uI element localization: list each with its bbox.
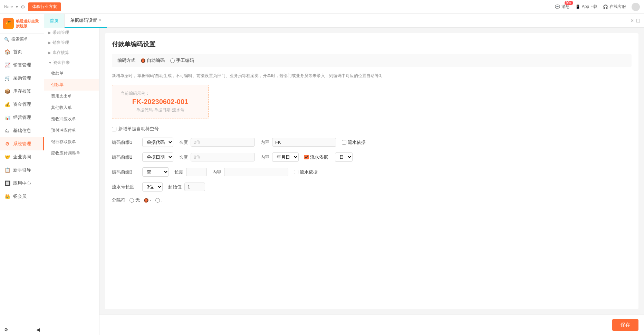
sidebar-item-label: 系统管理 (13, 141, 31, 147)
tab-minimize-icon[interactable]: × (631, 18, 634, 24)
sidebar-item-inventory[interactable]: 📦 库存核算 (0, 85, 44, 98)
submenu-item-ar-ap-adjust[interactable]: 应收应付调整单 (44, 148, 99, 159)
prefix1-serial-checkbox: 流水依据 (342, 139, 366, 146)
content-with-submenu: ▶ 采购管理 ▶ 销售管理 ▶ 库存核算 ▼ 资金往来 收款单 付款单 (44, 28, 644, 335)
message-button[interactable]: 💬 消息 99+ (555, 4, 570, 10)
tabs-bar: 首页 单据编码设置 × × □ (44, 14, 644, 28)
prefix2-serial-input[interactable] (304, 155, 309, 159)
start-value-input[interactable] (184, 183, 205, 191)
prefix3-length-input[interactable] (186, 168, 207, 176)
manual-encode-input[interactable] (170, 58, 175, 63)
submenu-item-receipt[interactable]: 收款单 (44, 68, 99, 79)
auto-fill-row: 新增单据自动补空号 (112, 126, 632, 132)
main-area: 首页 单据编码设置 × × □ ▶ 采购管理 ▶ 销售管理 (44, 14, 644, 335)
prefix1-label: 编码前缀1 (112, 139, 137, 146)
tab-home-label: 首页 (50, 18, 59, 24)
sidebar-item-apps[interactable]: 🔲 应用中心 (0, 177, 44, 190)
online-service-button[interactable]: 🎧 在线客服 (603, 4, 626, 10)
sidebar-item-label: 库存核算 (13, 88, 31, 94)
prefix3-content-input[interactable] (224, 168, 288, 176)
sidebar-item-sales[interactable]: 📈 销售管理 (0, 58, 44, 72)
auto-encode-input[interactable] (141, 58, 145, 63)
company-name: Nare (4, 4, 13, 9)
sidebar-item-member[interactable]: 👑 畅会员 (0, 190, 44, 203)
tab-encode-label: 单据编码设置 (70, 17, 97, 24)
prefix3-serial-input[interactable] (294, 170, 298, 174)
sidebar-item-purchase[interactable]: 🛒 采购管理 (0, 72, 44, 85)
tab-home[interactable]: 首页 (44, 14, 65, 28)
experience-button[interactable]: 体验行业方案 (28, 2, 61, 11)
tab-encode-settings[interactable]: 单据编码设置 × (65, 14, 107, 28)
tab-maximize-icon[interactable]: □ (636, 18, 640, 24)
prefix3-label: 编码前缀3 (112, 169, 137, 175)
sep-dot-radio[interactable]: . (155, 198, 163, 203)
apps-icon: 🔲 (4, 180, 10, 186)
prefix2-length-field: 长度 (179, 153, 255, 161)
prefix2-select[interactable]: 单据日期 部门 业务员 空 (142, 152, 173, 162)
example-desc: 单据代码-单据日期-流水号 (121, 107, 200, 113)
prefix2-content-field: 内容 年月日 年月 年 (260, 152, 299, 162)
sidebar-item-home[interactable]: 🏠 首页 (0, 45, 44, 58)
auto-encode-radio[interactable]: 自动编码 (141, 57, 165, 64)
manual-encode-label: 手工编码 (176, 57, 194, 64)
sidebar-settings-icon[interactable]: ⚙ (4, 327, 8, 332)
submenu-item-payment[interactable]: 付款单 (44, 79, 99, 91)
submenu-purchase[interactable]: ▶ 采购管理 (44, 28, 99, 38)
system-icon: ⚙ (4, 141, 10, 147)
sep-dash-input[interactable] (144, 198, 148, 203)
auto-fill-checkbox[interactable] (112, 127, 116, 131)
prefix1-content-field: 内容 (260, 138, 336, 147)
info-text: 新增单据时，'单据编码'自动生成，不可编辑。前缀设置为部门、业务员等档案类，开单… (112, 73, 632, 79)
prefix3-length-field: 长度 (174, 168, 207, 176)
sidebar-item-guide[interactable]: 📋 新手引导 (0, 164, 44, 177)
submenu-capital-items: 收款单 付款单 费用支出单 其他收入单 预收冲应收单 预付冲应付单 银行存取款单… (44, 68, 99, 159)
sep-dot-input[interactable] (155, 198, 160, 203)
prefix2-serial-unit-select[interactable]: 日 月 年 (335, 152, 353, 162)
sep-none-input[interactable] (129, 198, 134, 203)
prefix2-content-select[interactable]: 年月日 年月 年 (272, 152, 299, 162)
sidebar-item-base[interactable]: 🗂 基础信息 (0, 124, 44, 137)
prefix3-serial-label: 流水依据 (300, 169, 318, 175)
finance-icon: 💰 (4, 101, 10, 108)
submenu-inventory[interactable]: ▶ 库存核算 (44, 48, 99, 58)
sep-dash-radio[interactable]: - (144, 198, 151, 203)
content-label2: 内容 (260, 154, 269, 160)
save-button[interactable]: 保存 (612, 319, 638, 331)
prefix1-serial-input[interactable] (342, 140, 346, 145)
submenu-item-advance-payment[interactable]: 预付冲应付单 (44, 125, 99, 136)
sidebar-item-label: 新手引导 (13, 167, 31, 173)
content-footer: 保存 (99, 315, 644, 335)
submenu-panel: ▶ 采购管理 ▶ 销售管理 ▶ 库存核算 ▼ 资金往来 收款单 付款单 (44, 28, 99, 335)
sidebar-item-system[interactable]: ⚙ 系统管理 (0, 137, 44, 150)
sidebar-item-label: 首页 (13, 49, 22, 55)
submenu-item-bank[interactable]: 银行存取款单 (44, 136, 99, 148)
submenu-capital[interactable]: ▼ 资金往来 (44, 58, 99, 68)
submenu-item-expense[interactable]: 费用支出单 (44, 91, 99, 102)
sidebar-item-enterprise[interactable]: 🤝 企业协同 (0, 150, 44, 164)
tab-close-icon[interactable]: × (99, 18, 101, 22)
dropdown-arrow-icon[interactable]: ▾ (16, 4, 18, 9)
separator-label: 分隔符 (112, 197, 125, 203)
app-download-button[interactable]: 📱 App下载 (575, 4, 597, 10)
logo-text: 畅通道好生意 旗舰版 (16, 19, 39, 29)
search-menu[interactable]: 🔍 搜索菜单 (0, 34, 44, 45)
sidebar-item-label: 销售管理 (13, 62, 31, 68)
prefix1-content-input[interactable] (272, 138, 336, 147)
sidebar-item-finance[interactable]: 💰 资金管理 (0, 98, 44, 111)
base-icon: 🗂 (4, 128, 10, 134)
submenu-item-advance-receipt[interactable]: 预收冲应收单 (44, 113, 99, 125)
avatar[interactable] (632, 3, 640, 11)
prefix3-select[interactable]: 空 部门 业务员 (142, 167, 169, 177)
settings-icon[interactable]: ⚙ (21, 4, 25, 10)
submenu-sales[interactable]: ▶ 销售管理 (44, 38, 99, 48)
sep-none-radio[interactable]: 无 (129, 197, 140, 203)
sidebar-collapse-icon[interactable]: ◀ (36, 327, 40, 332)
service-label: 在线客服 (609, 4, 626, 10)
manual-encode-radio[interactable]: 手工编码 (170, 57, 194, 64)
sidebar-item-operations[interactable]: 📊 经营管理 (0, 111, 44, 124)
submenu-item-other-income[interactable]: 其他收入单 (44, 102, 99, 113)
serial-length-select[interactable]: 3位 4位 5位 (142, 182, 163, 192)
prefix1-select[interactable]: 单据代码 部门 业务员 空 (142, 138, 173, 147)
message-icon: 💬 (555, 4, 560, 9)
separator-row: 分隔符 无 - . (112, 197, 632, 203)
